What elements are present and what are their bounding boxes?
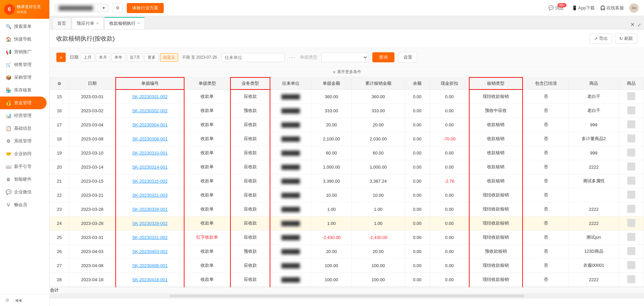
tab-expand[interactable]: ⤢	[637, 22, 641, 27]
settings-filter-btn[interactable]: 设置	[398, 52, 417, 63]
cell-cash-discount: 0.00	[430, 118, 469, 132]
col-date[interactable]: 日期	[69, 77, 116, 89]
cell-bill-no[interactable]: SK-20230315-002	[116, 174, 184, 188]
tab-payable-close[interactable]: ×	[96, 21, 99, 26]
cell-bill-no[interactable]: SK-20230321-003	[116, 188, 184, 202]
cell-include-settled: 否	[523, 216, 569, 230]
tab-receipt-cancel[interactable]: 收款核销执行 ×	[104, 17, 145, 29]
settings-icon[interactable]: ⚙	[5, 298, 9, 303]
sidebar-item-wechat[interactable]: 💬 企业微信	[0, 186, 49, 198]
cell-balance: 0.00	[405, 160, 430, 174]
sidebar-item-shortcuts[interactable]: 🏠 快捷导航	[0, 33, 49, 46]
col-cancel-type[interactable]: 核销类型	[469, 77, 523, 89]
cell-goods2	[619, 146, 644, 160]
sidebar-item-search[interactable]: 🔍 搜索菜单	[0, 20, 49, 33]
horizontal-scrollbar[interactable]	[169, 295, 524, 297]
this-year-btn[interactable]: 本年	[111, 53, 125, 62]
cell-bill-no[interactable]: SK-20230328-001	[116, 202, 184, 216]
hardware-icon: 🖥	[5, 177, 11, 182]
col-cash-discount[interactable]: 现金折扣	[430, 77, 469, 89]
col-bill-no[interactable]: 单据编号	[116, 77, 184, 89]
last-month-btn[interactable]: 上月	[80, 53, 95, 62]
query-btn[interactable]: 查询	[372, 52, 394, 62]
cell-bill-no[interactable]: SK-20230418-001	[116, 272, 184, 287]
cell-bill-no[interactable]: SK-20230302-002	[116, 104, 184, 118]
cell-balance: 0.00	[405, 272, 430, 287]
cell-bill-no[interactable]: SK-20230331-002	[116, 230, 184, 244]
cell-goods2	[619, 132, 644, 146]
custom-date-btn[interactable]: 自定义	[160, 53, 178, 62]
sidebar-item-marketing[interactable]: 📢 营销推广	[0, 46, 49, 58]
cell-cancel-amount: 1.00	[352, 216, 405, 230]
bill-type-select[interactable]	[321, 53, 368, 62]
message-badge[interactable]: 💬 消息 99+	[548, 5, 564, 11]
cell-partner: ██████	[270, 188, 311, 202]
cell-bill-no[interactable]: SK-20230328-002	[116, 216, 184, 230]
cell-bill-no[interactable]: SK-20230301-002	[116, 89, 184, 104]
cell-bill-no[interactable]: SK-20230304-001	[116, 118, 184, 132]
col-goods1[interactable]: 商品	[569, 77, 619, 89]
col-bill-type[interactable]: 单据类型	[184, 77, 231, 89]
cell-cancel-type: 现结收款核销	[469, 202, 523, 216]
col-gear[interactable]: ⚙	[50, 77, 69, 89]
cell-bill-no[interactable]: SK-20230310-001	[116, 146, 184, 160]
partner-input[interactable]	[221, 53, 285, 62]
cell-partner: ██████	[270, 118, 311, 132]
col-partner[interactable]: 往来单位	[270, 77, 311, 89]
table-container: ⚙ 日期 单据编号 单据类型 业务类型 往来单位 单据金额 累计核销金额 余额 …	[50, 77, 644, 299]
cell-bill-no[interactable]: SK-20230308-001	[116, 132, 184, 146]
col-amount[interactable]: 单据金额	[311, 77, 352, 89]
sidebar-item-hardware[interactable]: 🖥 智能硬件	[0, 173, 49, 186]
tab-receipt-close[interactable]: ×	[138, 21, 140, 26]
col-balance[interactable]: 余额	[405, 77, 430, 89]
cell-date: 2023-03-31	[69, 230, 116, 244]
cell-goods1: 123D商品	[569, 244, 619, 258]
cell-no: 22	[50, 188, 69, 202]
sidebar-item-guide[interactable]: 📖 新手引导	[0, 160, 49, 173]
workspace-selector[interactable]: ████████████ ▾	[55, 4, 109, 12]
this-month-btn[interactable]: 本月	[96, 53, 110, 62]
sidebar-item-system[interactable]: ⚙ 系统管理	[0, 135, 49, 147]
sidebar-item-purchase[interactable]: 📦 采购管理	[0, 71, 49, 84]
col-biz-type[interactable]: 业务类型	[230, 77, 270, 89]
sidebar-item-member[interactable]: V 畅会员	[0, 198, 49, 211]
sidebar-item-inventory[interactable]: 🏪 库存核算	[0, 84, 49, 97]
tab-close-all[interactable]: ✕	[630, 21, 635, 28]
tab-home[interactable]: 首页	[52, 17, 71, 29]
sidebar-item-basic[interactable]: 📋 基础信息	[0, 122, 49, 135]
gear-button[interactable]: ⚙	[113, 3, 123, 13]
cell-bill-no[interactable]: SK-20230314-001	[116, 160, 184, 174]
export-btn[interactable]: ↗ 导出	[590, 34, 612, 44]
col-goods2[interactable]: 商品	[619, 77, 644, 89]
cell-goods2	[619, 174, 644, 188]
cell-bill-type: 收款单	[184, 160, 231, 174]
cell-bill-no[interactable]: SK-20230403-002	[116, 244, 184, 258]
tabbar-controls: ✕ ⤢	[630, 21, 641, 29]
sidebar-item-sales[interactable]: 🛒 销售管理	[0, 58, 49, 71]
tab-payable[interactable]: 预应付单 ×	[72, 17, 104, 29]
cell-goods1: 测试多属性	[569, 174, 619, 188]
sidebar-item-operations[interactable]: 📊 经营管理	[0, 109, 49, 122]
cell-cancel-type: 预收中应收	[469, 104, 523, 118]
user-avatar[interactable]: Rit	[629, 3, 639, 13]
cell-biz-type: 应收款	[230, 188, 270, 202]
cell-date: 2023-04-18	[69, 272, 116, 287]
filter-toggle-btn[interactable]: »	[56, 53, 66, 62]
col-cancel-amount[interactable]: 累计核销金额	[352, 77, 405, 89]
expand-conditions-btn[interactable]: ∨ 展开更多条件	[333, 69, 361, 75]
last-7days-btn[interactable]: 近7天	[127, 53, 143, 62]
sidebar-item-corp[interactable]: 🤝 企业协同	[0, 147, 49, 160]
cell-goods2	[619, 188, 644, 202]
online-service[interactable]: 🎧 在线客服	[600, 5, 624, 11]
collapse-btn[interactable]: ◀◀	[15, 298, 21, 303]
col-include-settled[interactable]: 包含已结清	[523, 77, 569, 89]
refresh-icon: ↻	[619, 36, 623, 41]
cell-bill-no[interactable]: SK-20230408-001	[116, 258, 184, 272]
refresh-btn[interactable]: ↻ 刷新	[615, 34, 637, 44]
sidebar-item-finance[interactable]: 💰 资金管理	[0, 97, 47, 109]
solution-btn[interactable]: 体验行业方案	[127, 3, 164, 13]
cell-no: 15	[50, 89, 69, 104]
more-date-btn[interactable]: 更多	[145, 53, 159, 62]
cell-no: 17	[50, 118, 69, 132]
app-download[interactable]: 📱 App下载	[572, 5, 595, 11]
